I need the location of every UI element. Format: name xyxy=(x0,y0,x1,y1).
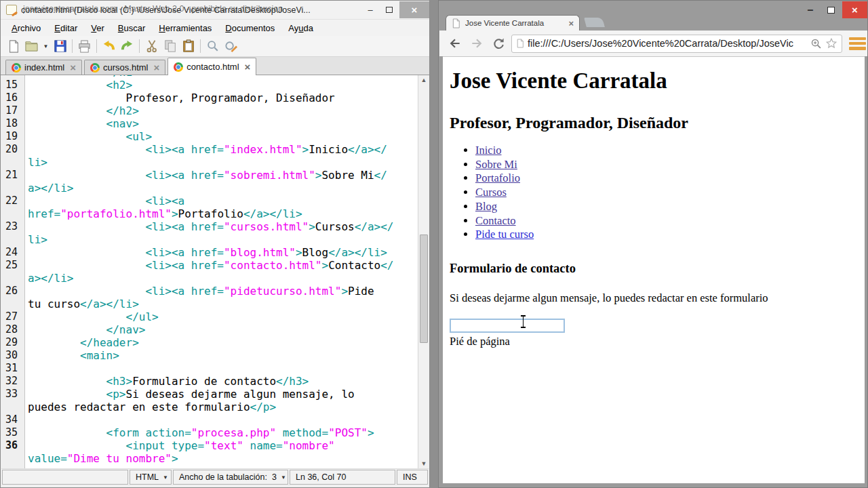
code-row: 36 <input type="text" name="nombre" xyxy=(1,439,429,452)
nav-link-portafolio[interactable]: Portafolio xyxy=(475,171,520,184)
code-row: 31 xyxy=(1,362,429,375)
menu-item-documentos[interactable]: Documentos xyxy=(218,21,281,35)
pspad-app-icon xyxy=(6,5,17,15)
menu-item-archivo[interactable]: Archivo xyxy=(5,21,47,35)
code-row: 29 </header> xyxy=(1,336,429,349)
code-row: li> xyxy=(1,156,429,169)
code-row: 24 <li><a href="blog.html">Blog</a></li> xyxy=(1,246,429,259)
tab-close-icon[interactable]: × xyxy=(153,62,159,73)
new-tab-button[interactable] xyxy=(584,18,605,27)
tab-label: contacto.html xyxy=(186,62,239,72)
code-row: a></li> xyxy=(1,272,429,285)
menu-item-ayuda[interactable]: Ayuda xyxy=(281,21,320,35)
page-icon xyxy=(452,18,460,28)
line-number: 15 xyxy=(1,79,25,92)
line-number: 34 xyxy=(1,413,25,426)
new-file-icon[interactable] xyxy=(4,38,22,55)
forward-arrow-icon[interactable] xyxy=(468,35,486,52)
code-lines: 14 </h1>15 <h2>16 Profesor, Programador,… xyxy=(1,75,429,468)
search-icon[interactable] xyxy=(203,38,222,55)
tab-close-icon[interactable]: × xyxy=(568,18,574,28)
editor-window-title: contacto.html (Disco local (C:) \Users\J… xyxy=(21,5,347,15)
scrollbar-thumb[interactable] xyxy=(420,235,428,343)
status-syntax-selector[interactable]: HTML ▼ xyxy=(130,470,172,485)
browser-minimize-button[interactable]: – xyxy=(801,2,820,18)
nav-link-sobre-mi[interactable]: Sobre Mi xyxy=(475,158,517,171)
syntax-mode-label: HTML xyxy=(136,472,159,482)
line-number: 24 xyxy=(1,246,25,259)
editor-close-button[interactable]: × xyxy=(399,1,429,18)
menu-item-ver[interactable]: Ver xyxy=(84,21,111,35)
browser-maximize-button[interactable] xyxy=(821,2,840,18)
paste-icon[interactable] xyxy=(179,38,197,55)
menu-item-editar[interactable]: Editar xyxy=(47,21,84,35)
undo-icon[interactable] xyxy=(100,38,118,55)
chrome-icon xyxy=(90,63,100,73)
editor-tab-index.html[interactable]: index.html× xyxy=(5,60,82,75)
redo-icon[interactable] xyxy=(118,38,136,55)
line-number xyxy=(1,156,25,169)
chrome-icon xyxy=(174,62,183,72)
copy-icon[interactable] xyxy=(161,38,179,55)
nav-link-contacto[interactable]: Contacto xyxy=(475,214,516,227)
status-tab-width-selector[interactable]: Ancho de la tabulación: 3 ▼ xyxy=(173,470,288,485)
menu-item-herramientas[interactable]: Herramientas xyxy=(152,21,218,35)
tab-close-icon[interactable]: × xyxy=(245,62,251,72)
address-bar[interactable]: file:///C:/Users/Jose%20Vicente%20Carrat… xyxy=(511,35,842,53)
code-row: 35 <form action="procesa.php" method="PO… xyxy=(1,426,429,439)
line-number: 25 xyxy=(1,259,25,272)
line-number: 29 xyxy=(1,336,25,349)
code-row: 26 <li><a href="pidetucurso.html">Pide xyxy=(1,285,429,298)
bookmark-star-icon[interactable] xyxy=(825,37,837,49)
nav-link-inicio[interactable]: Inicio xyxy=(475,144,502,157)
nav-link-blog[interactable]: Blog xyxy=(475,200,497,213)
editor-minimize-button[interactable]: – xyxy=(361,1,379,18)
line-number xyxy=(1,298,25,310)
editor-maximize-button[interactable] xyxy=(380,1,398,18)
code-editor-area[interactable]: 14 </h1>15 <h2>16 Profesor, Programador,… xyxy=(1,75,429,468)
editor-tab-cursos.html[interactable]: cursos.html× xyxy=(84,60,165,75)
url-text[interactable]: file:///C:/Users/Jose%20Vicente%20Carrat… xyxy=(528,38,807,49)
cut-icon[interactable] xyxy=(142,38,161,55)
search-replace-icon[interactable] xyxy=(222,38,240,55)
nav-link-cursos[interactable]: Cursos xyxy=(475,186,507,199)
reload-icon[interactable] xyxy=(490,35,507,52)
editor-titlebar[interactable]: contacto.html (Disco local (C:) \Users\J… xyxy=(1,1,429,20)
tab-width-label: Ancho de la tabulación: 3 xyxy=(179,472,277,482)
code-row: tu curso</a></li> xyxy=(1,298,429,310)
editor-tab-contacto.html[interactable]: contacto.html× xyxy=(167,58,256,75)
menu-item-buscar[interactable]: Buscar xyxy=(111,21,152,35)
code-row: li> xyxy=(1,233,429,246)
toolbar-separator xyxy=(96,39,97,53)
vertical-scrollbar[interactable]: ▲ ▼ xyxy=(418,75,429,468)
print-icon[interactable] xyxy=(75,38,94,55)
maximize-icon xyxy=(827,7,835,14)
save-icon[interactable] xyxy=(51,38,69,55)
line-number: 26 xyxy=(1,285,25,298)
back-arrow-icon[interactable] xyxy=(446,35,464,52)
page-nav-list: InicioSobre MiPortafolioCursosBlogContac… xyxy=(450,144,534,242)
tab-close-icon[interactable]: × xyxy=(70,62,76,73)
code-row: 19 <ul> xyxy=(1,130,429,143)
line-number: 18 xyxy=(1,117,25,130)
zoom-in-lens-icon[interactable] xyxy=(810,38,822,49)
nombre-text-input[interactable] xyxy=(450,319,565,333)
code-row: 34 xyxy=(1,413,429,426)
open-dropdown-icon[interactable]: ▼ xyxy=(41,38,51,55)
line-number: 22 xyxy=(1,195,25,207)
code-row: 30 <main> xyxy=(1,349,429,362)
nav-list-item: Cursos xyxy=(475,186,534,200)
hamburger-menu-icon[interactable] xyxy=(849,37,866,50)
browser-tab[interactable]: Jose Vicente Carratala × xyxy=(446,15,580,30)
scroll-down-icon[interactable]: ▼ xyxy=(421,460,427,467)
scroll-up-icon[interactable]: ▲ xyxy=(421,77,427,83)
nav-list-item: Blog xyxy=(475,200,534,214)
browser-close-button[interactable]: × xyxy=(842,1,867,18)
line-number xyxy=(1,182,25,195)
code-row: 22 <li><a xyxy=(1,195,429,207)
status-cursor-position: Ln 36, Col 70 xyxy=(290,470,395,485)
nav-link-pide-tu-curso[interactable]: Pide tu curso xyxy=(475,228,534,241)
open-file-icon[interactable] xyxy=(22,38,41,55)
line-number: 16 xyxy=(1,92,25,104)
maximize-icon xyxy=(386,7,393,13)
